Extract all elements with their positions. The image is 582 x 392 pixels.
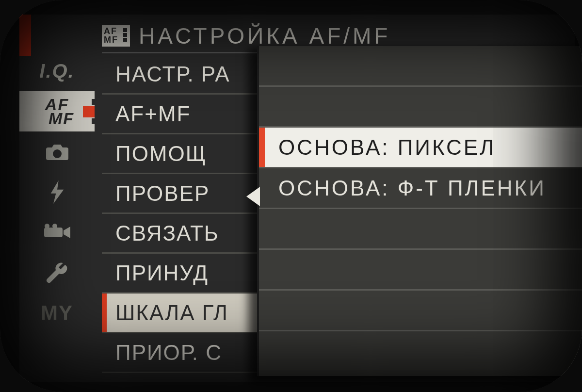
camera-icon [45, 143, 69, 161]
my-icon: MY [41, 301, 73, 325]
afmf-icon: AF MF [40, 98, 74, 126]
movie-icon [44, 224, 70, 241]
sidebar-item-afmf[interactable]: AF MF [19, 91, 95, 131]
camera-bezel: AF MF НАСТРОЙКА AF/MF I.Q. AF MF [0, 0, 582, 392]
sidebar-item-flash[interactable] [19, 172, 95, 212]
afmf-icon: AF MF [102, 25, 130, 47]
popup-row-blank [259, 291, 582, 331]
sidebar-item-iq[interactable]: I.Q. [19, 51, 95, 91]
sidebar-item-setup[interactable] [19, 252, 95, 293]
page-title: НАСТРОЙКА AF/MF [139, 23, 390, 49]
popup-row-blank [259, 209, 582, 250]
active-tab-indicator [19, 15, 31, 56]
lcd-screen: AF MF НАСТРОЙКА AF/MF I.Q. AF MF [19, 15, 575, 382]
sidebar-item-my[interactable]: MY [19, 293, 95, 333]
option-pixel-basis[interactable]: ОСНОВА: ПИКСЕЛ [259, 128, 582, 168]
category-sidebar: I.Q. AF MF [19, 51, 95, 333]
popup-row-blank [259, 250, 582, 291]
popup-row-blank [259, 46, 582, 87]
header-icon-line1: AF [104, 27, 117, 35]
sidebar-item-shooting[interactable] [19, 131, 95, 172]
submenu-popup: ОСНОВА: ПИКСЕЛ ОСНОВА: Ф-Т ПЛЕНКИ [257, 46, 582, 376]
iq-icon: I.Q. [39, 60, 74, 82]
header-icon-line2: MF [104, 36, 118, 44]
flash-icon [49, 180, 65, 204]
sidebar-item-movie[interactable] [19, 212, 95, 252]
chevron-left-icon [246, 187, 260, 206]
option-film-format-basis[interactable]: ОСНОВА: Ф-Т ПЛЕНКИ [259, 168, 582, 209]
popup-row-blank [259, 87, 582, 128]
wrench-icon [46, 261, 69, 284]
popup-row-blank [259, 331, 582, 372]
